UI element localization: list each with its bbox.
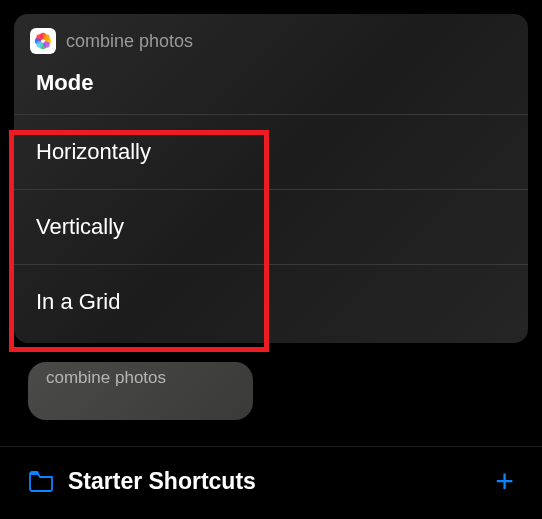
folder-icon xyxy=(28,470,54,492)
section-title: Starter Shortcuts xyxy=(68,468,256,495)
option-in-a-grid[interactable]: In a Grid xyxy=(14,265,528,343)
option-horizontally[interactable]: Horizontally xyxy=(14,115,528,190)
mode-label: Mode xyxy=(14,62,528,114)
svg-point-4 xyxy=(43,34,49,40)
shortcut-tile[interactable]: combine photos xyxy=(28,362,253,420)
svg-point-6 xyxy=(36,41,42,47)
shortcut-tile-label: combine photos xyxy=(46,368,166,388)
option-vertically[interactable]: Vertically xyxy=(14,190,528,265)
menu-options: Horizontally Vertically In a Grid xyxy=(14,114,528,343)
bottom-bar-left: Starter Shortcuts xyxy=(28,468,256,495)
photos-icon xyxy=(30,28,56,54)
menu-header: combine photos xyxy=(14,14,528,62)
header-title: combine photos xyxy=(66,31,193,52)
svg-point-7 xyxy=(36,34,42,40)
svg-point-5 xyxy=(43,41,49,47)
bottom-bar: Starter Shortcuts + xyxy=(0,446,542,519)
popup-menu: combine photos Mode Horizontally Vertica… xyxy=(14,14,528,343)
add-button[interactable]: + xyxy=(495,465,514,497)
